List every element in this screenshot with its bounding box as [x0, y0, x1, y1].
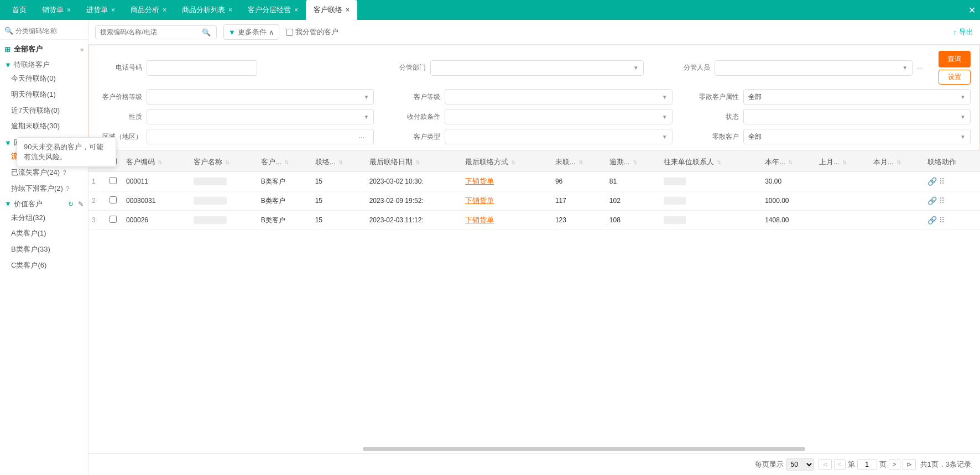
my-customers-check[interactable]: 我分管的客户 [286, 27, 338, 37]
filter-more-person[interactable]: ··· [917, 64, 923, 72]
row-last-method[interactable]: 下销货单 [462, 211, 552, 230]
row-action-menu[interactable]: ⠿ [939, 216, 945, 225]
th-this-month[interactable]: 本月... ⇅ [870, 153, 924, 172]
row-action-menu[interactable]: ⠿ [939, 196, 945, 205]
settings-button[interactable]: 设置 [939, 70, 971, 85]
scroll-thumb[interactable] [363, 447, 805, 451]
row-checkbox[interactable] [106, 172, 123, 191]
scroll-track[interactable] [363, 447, 805, 451]
sidebar-item-a-class[interactable]: A类客户(1) [0, 226, 88, 242]
tab-purchase[interactable]: 进货单 × [79, 0, 123, 20]
filter-region-select[interactable]: ··· [147, 129, 374, 144]
sidebar-item-declining[interactable]: 持续下滑客户(2) ? [0, 181, 88, 197]
refresh-icon[interactable]: ↻ [68, 200, 74, 208]
tab-customer-contact[interactable]: 客户联络 × [306, 0, 357, 20]
row-last-month [816, 211, 870, 230]
tab-product-analysis-list[interactable]: 商品分析列表 × [174, 0, 240, 20]
row-checkbox[interactable] [106, 191, 123, 211]
sort-tm-icon: ⇅ [896, 159, 901, 165]
more-conditions-btn[interactable]: ▼ 更多条件 ∧ [223, 24, 279, 40]
filter-region-more[interactable]: ··· [358, 133, 364, 141]
th-name[interactable]: 客户名称 ⇅ [190, 153, 258, 172]
close-tab-sales[interactable]: × [67, 6, 71, 14]
row-last-method[interactable]: 下销货单 [462, 191, 552, 211]
row-action-link[interactable]: 🔗 [927, 196, 937, 205]
th-code[interactable]: 客户编码 ⇅ [123, 153, 190, 172]
sidebar-group-value[interactable]: ▼ 价值客户 ↻ ✎ [0, 197, 88, 210]
filter-payment-select[interactable]: ▼ [445, 109, 672, 124]
filter-price-tier-field: 客户价格等级 ▼ [98, 89, 374, 105]
th-overdue[interactable]: 逾期... ⇅ [606, 153, 660, 172]
chevron-level-icon: ▼ [662, 94, 668, 100]
sidebar-item-overdue-pending[interactable]: 逾期未联络(30) [0, 118, 88, 134]
th-type[interactable]: 客户... ⇅ [258, 153, 312, 172]
filter-zero-customer-select[interactable]: 全部 ▼ [743, 129, 971, 144]
sidebar-item-b-class[interactable]: B类客户(33) [0, 242, 88, 258]
row-overdue: 108 [606, 211, 660, 230]
per-page-select[interactable]: 50 100 200 [786, 458, 814, 471]
first-page-btn[interactable]: ⊲ [819, 459, 832, 470]
th-contact[interactable]: 联络... ⇅ [312, 153, 366, 172]
th-last-method[interactable]: 最后联络方式 ⇅ [462, 153, 552, 172]
filter-status-select[interactable]: ▼ [743, 109, 971, 124]
th-last-month[interactable]: 上月... ⇅ [816, 153, 870, 172]
sidebar-group-pending[interactable]: ▼ 待联络客户 [0, 56, 88, 71]
row-actions: 🔗 ⠿ [924, 211, 980, 230]
filter-zero-attr-field: 零散客户属性 全部 ▼ [695, 89, 971, 105]
th-this-year[interactable]: 本年... ⇅ [762, 153, 816, 172]
row-last-method[interactable]: 下销货单 [462, 172, 552, 191]
filter-zero-attr-select[interactable]: 全部 ▼ [743, 89, 971, 105]
filter-gender-select[interactable]: ▼ [147, 109, 374, 124]
prev-page-btn[interactable]: < [834, 459, 846, 470]
close-tab-purchase[interactable]: × [111, 6, 115, 14]
page-input[interactable] [857, 459, 877, 470]
search-button-icon[interactable]: 🔍 [202, 28, 211, 36]
row-action-link[interactable]: 🔗 [927, 216, 937, 225]
th-contacts[interactable]: 往来单位联系人 ⇅ [660, 153, 762, 172]
close-tab-customer-tier[interactable]: × [294, 6, 298, 14]
sidebar-item-ungrouped[interactable]: 未分组(32) [0, 210, 88, 226]
sidebar-item-today-pending[interactable]: 今天待联络(0) [0, 71, 88, 87]
tab-customer-tier[interactable]: 客户分层经营 × [240, 0, 306, 20]
tab-home[interactable]: 首页 [4, 0, 34, 20]
search-input[interactable] [100, 28, 200, 36]
th-not-contacted[interactable]: 未联... ⇅ [552, 153, 606, 172]
sort-code-icon: ⇅ [158, 159, 162, 165]
th-last-date[interactable]: 最后联络日期 ⇅ [366, 153, 462, 172]
edit-icon[interactable]: ✎ [78, 200, 84, 208]
row-code: 00030031 [123, 191, 190, 211]
filter-phone-input[interactable] [147, 60, 257, 76]
row-action-link[interactable]: 🔗 [927, 177, 937, 186]
my-customers-checkbox[interactable] [286, 29, 293, 36]
filter-dept-select[interactable]: ▼ [430, 60, 643, 76]
filter-phone-field: 电话号码 [98, 60, 359, 76]
sidebar-item-tomorrow-pending[interactable]: 明天待联络(1) [0, 87, 88, 103]
sidebar-item-week-pending[interactable]: 近7天待联络(0) [0, 103, 88, 119]
row-action-menu[interactable]: ⠿ [939, 177, 945, 186]
sidebar-all-customers[interactable]: ⊞ 全部客户 « [0, 40, 88, 56]
row-num: 2 [88, 191, 106, 211]
filter-customer-level-label: 客户等级 [396, 92, 440, 102]
chevron-payment-icon: ▼ [662, 114, 668, 120]
last-page-btn[interactable]: ⊳ [903, 459, 916, 470]
filter-person-select[interactable]: ▼ [715, 60, 913, 76]
close-tab-product-analysis-list[interactable]: × [228, 6, 232, 14]
sidebar-item-c-class[interactable]: C类客户(6) [0, 258, 88, 274]
next-page-btn[interactable]: > [889, 459, 900, 470]
table-row: 2 00030031 B类客户 15 2023-02-09 19:52: 下销货… [88, 191, 980, 211]
filter-customer-level-select[interactable]: ▼ [445, 89, 672, 105]
row-checkbox[interactable] [106, 211, 123, 230]
tab-product-analysis[interactable]: 商品分析 × [123, 0, 174, 20]
export-button[interactable]: ↑ 导出 [953, 27, 974, 37]
query-button[interactable]: 查询 [939, 51, 971, 67]
close-all-tabs[interactable]: ✕ [968, 5, 976, 15]
filter-customer-type-select[interactable]: ▼ [445, 129, 672, 144]
filter-price-tier-select[interactable]: ▼ [147, 89, 374, 105]
row-last-month [816, 191, 870, 211]
filter-gender-field: 性质 ▼ [98, 109, 374, 124]
tab-sales[interactable]: 销货单 × [34, 0, 79, 20]
sidebar-item-churned[interactable]: 已流失客户(24) ? [0, 165, 88, 181]
close-tab-product-analysis[interactable]: × [163, 6, 166, 14]
sidebar-search-input[interactable] [15, 27, 76, 35]
close-tab-customer-contact[interactable]: × [346, 6, 350, 14]
